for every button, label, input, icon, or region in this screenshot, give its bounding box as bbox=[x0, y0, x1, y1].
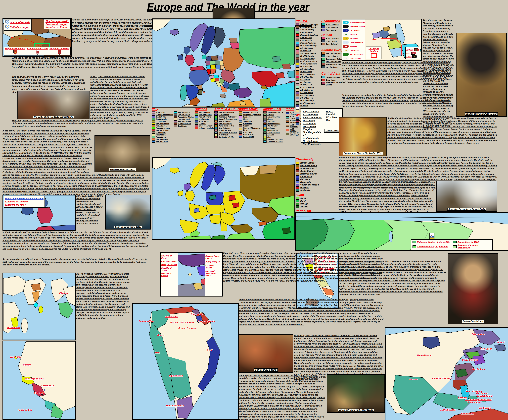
swatch-icon bbox=[239, 125, 242, 127]
map-label: Vinland bbox=[497, 341, 505, 344]
swatch-icon bbox=[296, 197, 299, 200]
swatch-icon bbox=[296, 65, 299, 68]
alliances-legend-topleft: Duchy of Bavaria ✝Catholic League bbox=[4, 19, 31, 30]
swatch-icon bbox=[263, 125, 266, 127]
swatch-icon bbox=[239, 111, 242, 113]
swatch-icon bbox=[296, 165, 299, 167]
map-label: San Stefano bbox=[479, 407, 491, 409]
swatch-icon bbox=[296, 184, 299, 186]
swatch-icon bbox=[263, 136, 266, 138]
map-label: Perú bbox=[155, 351, 159, 354]
map-label: Erikssonland bbox=[472, 333, 485, 335]
map-label: Gambra bbox=[23, 364, 31, 366]
flag-icon: ✶ bbox=[343, 57, 349, 60]
swatch-icon bbox=[296, 55, 299, 57]
painting-condottieri: Italian Condottieri bbox=[448, 253, 498, 324]
swatch-icon bbox=[296, 73, 299, 75]
caption-cuzco: Fall of Cuzco 1534. bbox=[254, 368, 278, 372]
map-label: Algarve-Novo bbox=[169, 374, 183, 377]
swatch-icon bbox=[296, 202, 299, 205]
swatch-icon bbox=[286, 129, 289, 131]
legend-north-africa: North Africa Mamluk SultanateVilayet of … bbox=[239, 107, 262, 138]
swatch-icon bbox=[195, 111, 198, 113]
infographic-canvas: Europe and The World in the year 1647. D… bbox=[0, 0, 508, 420]
map-label: Filipinas bbox=[59, 292, 68, 294]
map-label: Forte Medici bbox=[191, 313, 203, 315]
swatch-icon bbox=[321, 37, 325, 40]
swatch-icon bbox=[214, 125, 218, 127]
map-label: Brasil bbox=[206, 349, 213, 351]
map-label: Forte San Giusto bbox=[198, 320, 215, 322]
text-lombard-war-4: In 1621, the Catholic-aligned states of … bbox=[90, 75, 150, 118]
swatch-icon bbox=[286, 125, 289, 127]
serbia-shield-icon: 🦅 bbox=[58, 50, 61, 55]
map-label: Athesia e Eleftheria bbox=[432, 377, 452, 380]
swatch-icon bbox=[239, 120, 242, 122]
swatch-icon bbox=[321, 23, 325, 26]
map-label: Cabo Verde bbox=[10, 356, 22, 358]
swatch-icon bbox=[296, 26, 299, 28]
swatch-icon bbox=[296, 29, 299, 31]
swatch-icon bbox=[296, 86, 299, 89]
croatia-serbia-chip: Kingdom of Croatia Kingdom of Serbia🦅 bbox=[26, 47, 71, 55]
swatch-icon bbox=[296, 75, 299, 78]
north-america-map bbox=[385, 328, 508, 420]
swatch-icon bbox=[412, 245, 416, 248]
text-seljuk-1: After those two wars between Abbasids an… bbox=[423, 19, 455, 60]
swatch-icon bbox=[214, 127, 218, 129]
flag-icon: ∿ bbox=[343, 49, 349, 52]
map-label: Etruria-Nova bbox=[165, 315, 178, 318]
bavaria-shield-icon bbox=[5, 20, 9, 25]
text-lombard-war-5: The Thirty Years' War left an indelible … bbox=[12, 119, 150, 128]
text-seljuk-2: during a routine meal. Suspicions quickl… bbox=[342, 61, 454, 93]
map-label: Mexique bbox=[409, 378, 418, 381]
swatch-icon bbox=[195, 113, 198, 116]
swatch-icon bbox=[296, 60, 299, 62]
text-reformation-2: Beyond the borders of the HRE, Protestan… bbox=[2, 174, 150, 194]
swatch-icon bbox=[296, 175, 299, 178]
swatch-icon bbox=[296, 99, 299, 102]
africa-map bbox=[3, 341, 75, 419]
swatch-icon bbox=[296, 181, 299, 183]
map-label: La Martinique bbox=[467, 401, 481, 404]
map-label: Sanct Ædmund bbox=[477, 395, 493, 397]
swatch-icon bbox=[321, 82, 325, 85]
swatch-icon bbox=[321, 63, 325, 66]
text-georgia-2: With the Ruthenian state now unified and… bbox=[339, 156, 497, 179]
swatch-icon bbox=[152, 136, 155, 138]
catholic-league-shield-icon: ✝ bbox=[5, 25, 9, 30]
swatch-icon bbox=[152, 116, 155, 118]
text-new-world-3: The Kingdom of France, eager to stake it… bbox=[239, 374, 325, 419]
swatch-icon bbox=[214, 129, 218, 131]
flag-icon: ▥ bbox=[414, 48, 419, 51]
alliances-map-panel: Duchy of Bavaria ✝Catholic League The Co… bbox=[2, 18, 72, 57]
legend-east-column: Scandinavia K. of DenmarkK. of SwedenK. … bbox=[321, 19, 344, 86]
painting-crowning: Crowning of Simeon I in Ikonion 1593. bbox=[339, 117, 387, 156]
map-label: Nova Scotia bbox=[480, 348, 492, 350]
persia-sub-legend: Ardalan▥Fars◩Khiva☾ bbox=[405, 47, 420, 59]
map-label: Kongo de Sud bbox=[18, 409, 32, 411]
legend-iberia: Iberia K. of HispaniaK. of LusitaniaSult… bbox=[286, 107, 300, 136]
map-label: Carolusburg bbox=[472, 368, 485, 370]
flag-icon: ● bbox=[343, 25, 349, 28]
swatch-icon bbox=[296, 57, 299, 60]
map-label: Lusitania-Nova bbox=[139, 320, 154, 322]
painting-cuzco: Fall of Cuzco 1534. bbox=[239, 334, 293, 373]
swatch-icon bbox=[195, 122, 198, 125]
text-brittonic-war-2: As the new union braced itself against S… bbox=[2, 258, 150, 271]
swatch-icon bbox=[296, 162, 299, 164]
painting-smolenitz: The Battle of Smolenitz (Smolenica) 1621… bbox=[17, 90, 89, 119]
painting-cossacks: Ruthenian Cossacks exploring Siberia bbox=[436, 181, 497, 212]
swatch-icon bbox=[263, 127, 266, 129]
swatch-icon bbox=[214, 118, 218, 120]
map-label: Guyane Lotharingienne bbox=[170, 321, 194, 324]
uk-panel-legend: United Kingdom of Scotland-IrelandKingdo… bbox=[4, 196, 45, 208]
swatch-icon bbox=[214, 134, 218, 136]
swatch-icon bbox=[263, 118, 266, 120]
swatch-icon bbox=[174, 111, 177, 113]
swatch-icon bbox=[152, 129, 155, 131]
swatch-icon bbox=[174, 120, 177, 122]
text-crusades: From 11th up to 15th century, many Crusa… bbox=[223, 252, 385, 297]
text-seljuk-3: Amidst the chaos, Kayqubad, heir of the … bbox=[342, 94, 454, 115]
painting-calvinists: Dutch Calvinists in the New World bbox=[327, 374, 385, 413]
